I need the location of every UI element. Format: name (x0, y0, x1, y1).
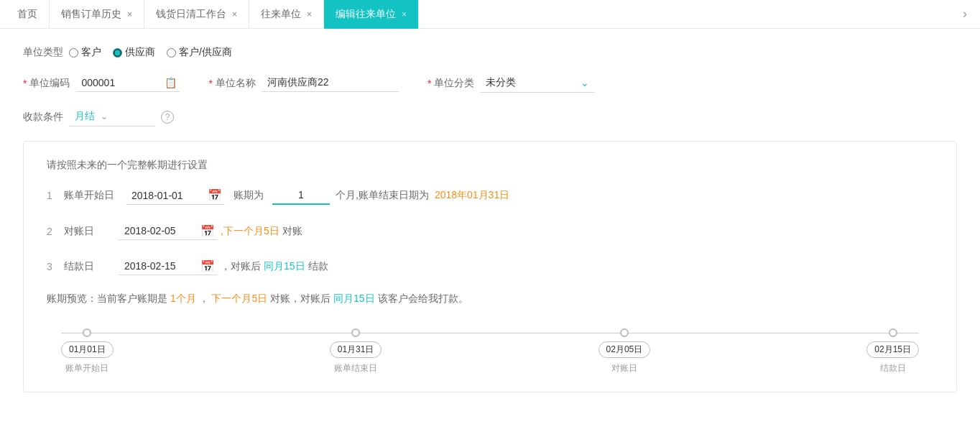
timeline-badge-3: 02月05日 (598, 341, 651, 358)
unit-type-item: 单位类型 客户 供应商 客户/供应商 (23, 46, 232, 59)
preview-text: 账期预览：当前客户账期是 1个月 ， 下一个月5日 对账，对账后 同月15日 该… (47, 293, 933, 305)
payment-date-input[interactable] (119, 257, 198, 275)
row-num-3: 3 (47, 261, 64, 272)
tab-home-label: 首页 (17, 8, 37, 21)
payment-term-value: 月结 (75, 110, 95, 123)
radio-supplier-input[interactable] (113, 48, 122, 58)
radio-customer[interactable]: 客户 (69, 46, 101, 59)
date-input-3: 📅 (119, 257, 218, 275)
period-label: 账期为 (234, 189, 264, 202)
timeline-desc-2: 账单结束日 (334, 362, 377, 374)
unit-code-required-star: * (23, 78, 27, 89)
timeline-badge-1: 01月01日 (61, 341, 114, 358)
unit-category-select[interactable]: 未分类 ⌄ (480, 73, 595, 93)
unit-type-radio-group: 客户 供应商 客户/供应商 (69, 46, 232, 59)
payment-term-label: 收款条件 (23, 111, 63, 124)
radio-customer-label: 客户 (81, 46, 101, 59)
payment-suffix: 结款 (308, 260, 328, 273)
timeline-desc-1: 账单开始日 (65, 362, 108, 374)
tab-more-button[interactable]: › (956, 6, 974, 22)
row-num-2: 2 (47, 226, 64, 237)
unit-category-label: 单位分类 (434, 77, 474, 90)
tab-partner-units-label: 往来单位 (261, 8, 301, 21)
close-icon[interactable]: × (232, 9, 237, 19)
tab-cash-goods-workbench[interactable]: 钱货日清工作台 × (144, 0, 249, 29)
tab-partner-units[interactable]: 往来单位 × (249, 0, 324, 29)
unit-name-label: 单位名称 (216, 77, 256, 90)
unit-category-required-star: * (427, 78, 431, 89)
preview-reconcile-suffix: 对账，对账后 (270, 293, 330, 304)
payment-term-select[interactable]: 月结 ⌄ (69, 107, 155, 126)
preview-end: 该客户会给我打款。 (378, 293, 468, 304)
tab-sales-order-history[interactable]: 销售订单历史 × (50, 0, 144, 29)
period-suffix: 个月,账单结束日期为 (336, 189, 429, 202)
row-label-1: 账单开始日 (64, 189, 114, 202)
row-label-3: 结款日 (64, 260, 107, 273)
timeline-dot-2 (351, 328, 360, 337)
row-item-2: 2 对账日 📅 ,下一个月5日 对账 (47, 222, 933, 240)
timeline-desc-4: 结款日 (880, 362, 906, 374)
close-icon[interactable]: × (402, 9, 407, 19)
unit-category-item: * 单位分类 未分类 ⌄ (427, 73, 595, 93)
tab-edit-partner-unit[interactable]: 编辑往来单位 × (324, 0, 419, 29)
period-input[interactable] (272, 186, 330, 205)
radio-customer-supplier-label: 客户/供应商 (179, 46, 232, 59)
timeline-node-4: 02月15日 结款日 (866, 328, 919, 374)
row-item-3: 3 结款日 📅 ，对账后 同月15日 结款 (47, 257, 933, 275)
timeline-node-3: 02月05日 对账日 (598, 328, 651, 374)
chevron-down-icon: ⌄ (101, 111, 108, 121)
timeline-dot-4 (889, 328, 897, 337)
end-date-display: 2018年01月31日 (435, 189, 509, 202)
preview-payment-day: 同月15日 (333, 293, 375, 304)
unit-name-item: * 单位名称 (208, 74, 398, 92)
timeline-badge-4: 02月15日 (866, 341, 919, 358)
unit-type-label: 单位类型 (23, 46, 63, 59)
preview-reconcile-day: 下一个月5日 (211, 293, 267, 304)
tab-edit-partner-unit-label: 编辑往来单位 (336, 8, 396, 21)
payment-term-item: 收款条件 月结 ⌄ ? (23, 107, 174, 126)
calendar-icon-2[interactable]: 📅 (198, 224, 218, 238)
date-input-2: 📅 (119, 222, 218, 240)
calendar-icon-3[interactable]: 📅 (198, 259, 218, 273)
settings-box: 请按照未来的一个完整帐期进行设置 1 账单开始日 📅 账期为 个月,账单结束日期… (23, 141, 957, 392)
preview-comma: ， (199, 293, 209, 304)
unit-code-label: 单位编码 (29, 77, 70, 90)
radio-supplier[interactable]: 供应商 (113, 46, 155, 59)
calendar-icon-1[interactable]: 📅 (205, 188, 225, 202)
radio-customer-input[interactable] (69, 48, 78, 58)
main-content: 单位类型 客户 供应商 客户/供应商 * 单位编码 (0, 29, 980, 437)
timeline-container: 01月01日 账单开始日 01月31日 账单结束日 02月05日 对账日 02月… (47, 323, 933, 374)
reconcile-suffix-normal: 对账 (282, 225, 302, 238)
box-hint: 请按照未来的一个完整帐期进行设置 (47, 159, 933, 172)
tab-home[interactable]: 首页 (6, 0, 50, 29)
row-label-2: 对账日 (64, 225, 107, 238)
close-icon[interactable]: × (307, 9, 312, 19)
timeline-badge-2: 01月31日 (330, 341, 382, 358)
timeline-node-1: 01月01日 账单开始日 (61, 328, 114, 374)
tab-sales-order-history-label: 销售订单历史 (61, 8, 121, 21)
reconcile-suffix-orange: ,下一个月5日 (221, 225, 279, 238)
payment-highlight: 同月15日 (264, 260, 305, 273)
unit-type-row: 单位类型 客户 供应商 客户/供应商 (23, 46, 957, 59)
unit-name-required-star: * (208, 78, 212, 89)
tab-cash-goods-workbench-label: 钱货日清工作台 (156, 8, 226, 21)
unit-code-input[interactable] (75, 74, 162, 91)
unit-code-input-wrapper: 📋 (75, 74, 180, 92)
start-date-input[interactable] (126, 187, 205, 204)
unit-category-value: 未分类 (486, 76, 581, 89)
row-num-1: 1 (47, 190, 64, 201)
radio-customer-supplier-input[interactable] (167, 48, 176, 58)
chevron-down-icon: ⌄ (581, 77, 589, 88)
payment-term-row: 收款条件 月结 ⌄ ? (23, 107, 957, 126)
help-icon[interactable]: ? (161, 111, 174, 124)
preview-prefix: 账期预览：当前客户账期是 (47, 293, 167, 304)
timeline-desc-3: 对账日 (611, 362, 637, 374)
close-icon[interactable]: × (127, 9, 132, 19)
copy-icon[interactable]: 📋 (162, 77, 180, 88)
unit-code-item: * 单位编码 📋 (23, 74, 180, 92)
radio-customer-supplier[interactable]: 客户/供应商 (167, 46, 232, 59)
unit-name-input[interactable] (262, 74, 399, 92)
timeline-node-2: 01月31日 账单结束日 (330, 328, 382, 374)
radio-supplier-label: 供应商 (125, 46, 155, 59)
reconcile-date-input[interactable] (119, 222, 198, 239)
